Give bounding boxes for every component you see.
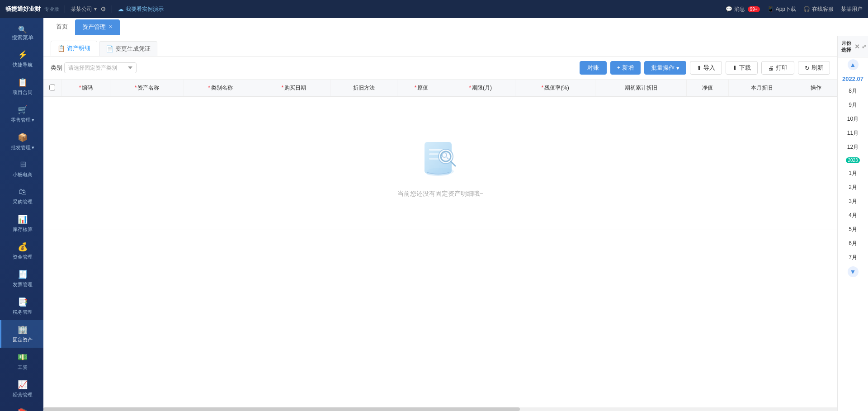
month-nav-up[interactable]: ▲ [848, 59, 859, 70]
add-button[interactable]: + 新增 [610, 61, 641, 75]
top-bar-right: 💬 消息 99+ 📱 App下载 🎧 在线客服 某某用户 [726, 5, 863, 13]
month-item-9[interactable]: 9月 [838, 98, 868, 112]
sidebar: 🔍 搜索菜单 ⚡ 快捷导航 📋 项目合同 🛒 零售管理▾ 📦 批发管理▾ 🖥 小… [0, 18, 43, 411]
category-select[interactable]: 请选择固定资产类别 [64, 62, 137, 73]
col-name: *资产名称 [110, 80, 184, 97]
sub-tab-asset-detail[interactable]: 📋 资产明细 [51, 41, 97, 56]
batch-button[interactable]: 批量操作 ▾ [644, 61, 686, 75]
tab-asset-management[interactable]: 资产管理 ✕ [75, 19, 120, 35]
retail-icon: 🛒 [18, 105, 28, 115]
empty-illustration [413, 128, 467, 183]
month-panel-expand-button[interactable]: ⤢ [862, 43, 866, 50]
sidebar-item-finance[interactable]: 💰 资金管理 [0, 237, 43, 265]
messages-badge: 99+ [748, 6, 760, 12]
quick-nav-label: 快捷导航 [13, 61, 33, 68]
month-item-3[interactable]: 3月 [838, 194, 868, 208]
online-service-button[interactable]: 🎧 在线客服 [803, 5, 834, 13]
sidebar-search[interactable]: 🔍 搜索菜单 [0, 22, 43, 45]
filter-label: 类别 [51, 64, 62, 72]
import-button[interactable]: ⬆ 导入 [690, 61, 722, 75]
sidebar-item-tax[interactable]: 📑 税务管理 [0, 293, 43, 320]
asset-detail-icon: 📋 [57, 45, 65, 52]
tab-close-icon[interactable]: ✕ [108, 24, 113, 30]
select-all-checkbox[interactable] [49, 85, 55, 90]
contra-button[interactable]: 对账 [580, 61, 607, 75]
empty-cell: 当前您还没有固定资产明细哦~ [43, 97, 837, 230]
sidebar-item-fixed-assets[interactable]: 🏢 固定资产 [0, 320, 43, 348]
month-item-1[interactable]: 1月 [838, 166, 868, 180]
change-voucher-icon: 📄 [106, 45, 113, 52]
month-item-2[interactable]: 2月 [838, 180, 868, 194]
month-item-11[interactable]: 11月 [838, 126, 868, 140]
month-panel-close-button[interactable]: ✕ [854, 43, 860, 50]
col-code: *编码 [61, 80, 110, 97]
table-body: 当前您还没有固定资产明细哦~ [43, 97, 837, 230]
top-bar-left: 畅捷通好业财 专业版 某某公司 ▾ ⚙ ☁ 我要看实例演示 [5, 5, 164, 13]
month-item-12[interactable]: 12月 [838, 140, 868, 154]
dropdown-icon: ▾ [94, 6, 97, 12]
batch-dropdown-icon: ▾ [676, 65, 679, 71]
month-item-10[interactable]: 10月 [838, 112, 868, 126]
purchase-icon: 🛍 [19, 187, 27, 197]
main-panel: 📋 资产明细 📄 变更生成凭证 类别 [43, 36, 837, 411]
sub-tab-change-voucher[interactable]: 📄 变更生成凭证 [99, 41, 157, 56]
table-header-row: *编码 *资产名称 *类别名称 *购买日期 折旧方法 *原值 *期限(月) *残… [43, 80, 837, 97]
sidebar-item-salary[interactable]: 💵 工资 [0, 348, 43, 375]
empty-row: 当前您还没有固定资产明细哦~ [43, 97, 837, 230]
col-net-value: 净值 [686, 80, 728, 97]
sidebar-item-operations[interactable]: 📈 经营管理 [0, 375, 43, 403]
sidebar-item-ledger[interactable]: 📚 总账管理 [0, 403, 43, 411]
col-category: *类别名称 [184, 80, 257, 97]
select-all-cell[interactable] [43, 80, 61, 97]
main-layout: 🔍 搜索菜单 ⚡ 快捷导航 📋 项目合同 🛒 零售管理▾ 📦 批发管理▾ 🖥 小… [0, 18, 868, 411]
col-operation: 操作 [795, 80, 837, 97]
month-item-8[interactable]: 8月 [838, 84, 868, 98]
user-info[interactable]: 某某用户 [841, 5, 863, 13]
print-button[interactable]: 🖨 打印 [761, 61, 794, 75]
top-bar: 畅捷通好业财 专业版 某某公司 ▾ ⚙ ☁ 我要看实例演示 💬 消息 99+ 📱… [0, 0, 868, 18]
toolbar-left: 类别 请选择固定资产类别 [51, 62, 137, 73]
month-item-4[interactable]: 4月 [838, 208, 868, 222]
app-download-button[interactable]: 📱 App下载 [767, 5, 796, 13]
project-label: 项目合同 [13, 89, 33, 96]
company-selector[interactable]: 某某公司 ▾ [71, 5, 97, 13]
sub-tabs-left: 📋 资产明细 📄 变更生成凭证 [51, 41, 157, 56]
ecommerce-icon: 🖥 [19, 160, 27, 170]
download-button[interactable]: ⬇ 下载 [726, 61, 758, 75]
tab-home[interactable]: 首页 [49, 19, 75, 35]
svg-point-10 [427, 171, 449, 176]
demo-link[interactable]: ☁ 我要看实例演示 [118, 5, 164, 13]
sidebar-item-inventory[interactable]: 📊 库存核算 [0, 210, 43, 237]
settings-button[interactable]: ⚙ [100, 5, 106, 13]
messages-button[interactable]: 💬 消息 99+ [726, 5, 760, 13]
sidebar-item-project[interactable]: 📋 项目合同 [0, 73, 43, 100]
sidebar-item-purchase[interactable]: 🛍 采购管理 [0, 183, 43, 210]
sidebar-item-wholesale[interactable]: 📦 批发管理▾ [0, 128, 43, 156]
sidebar-item-retail[interactable]: 🛒 零售管理▾ [0, 100, 43, 128]
operations-icon: 📈 [18, 380, 28, 390]
content-area: 首页 资产管理 ✕ 📋 资产明细 📄 [43, 18, 868, 411]
sidebar-item-invoice[interactable]: 🧾 发票管理 [0, 265, 43, 293]
asset-table: *编码 *资产名称 *类别名称 *购买日期 折旧方法 *原值 *期限(月) *残… [43, 80, 837, 230]
download-icon: ⬇ [732, 65, 737, 71]
col-purchase-date: *购买日期 [257, 80, 330, 97]
month-item-7[interactable]: 7月 [838, 250, 868, 265]
month-panel-header: 月份选择 ✕ ⤢ [838, 36, 868, 57]
bottom-scrollbar[interactable] [43, 407, 837, 411]
scrollbar-thumb [43, 407, 520, 411]
month-item-6[interactable]: 6月 [838, 236, 868, 250]
empty-text: 当前您还没有固定资产明细哦~ [397, 190, 483, 198]
month-item-5[interactable]: 5月 [838, 222, 868, 236]
year-2023-row: 2023 [838, 154, 868, 166]
print-icon: 🖨 [768, 65, 774, 71]
month-nav-down[interactable]: ▼ [848, 266, 859, 277]
refresh-button[interactable]: ↻ 刷新 [798, 61, 830, 75]
sidebar-item-ecommerce[interactable]: 🖥 小畅电商 [0, 156, 43, 183]
sidebar-search-label: 搜索菜单 [3, 34, 42, 42]
sidebar-item-quick-nav[interactable]: ⚡ 快捷导航 [0, 45, 43, 73]
col-period: *期限(月) [446, 80, 515, 97]
toolbar-right: 对账 + 新增 批量操作 ▾ ⬆ 导入 ⬇ 下载 [580, 61, 830, 75]
col-monthly-depreciation: 本月折旧 [728, 80, 795, 97]
current-year-label: 2022.07 [840, 72, 865, 84]
month-panel-title: 月份选择 [840, 40, 853, 53]
